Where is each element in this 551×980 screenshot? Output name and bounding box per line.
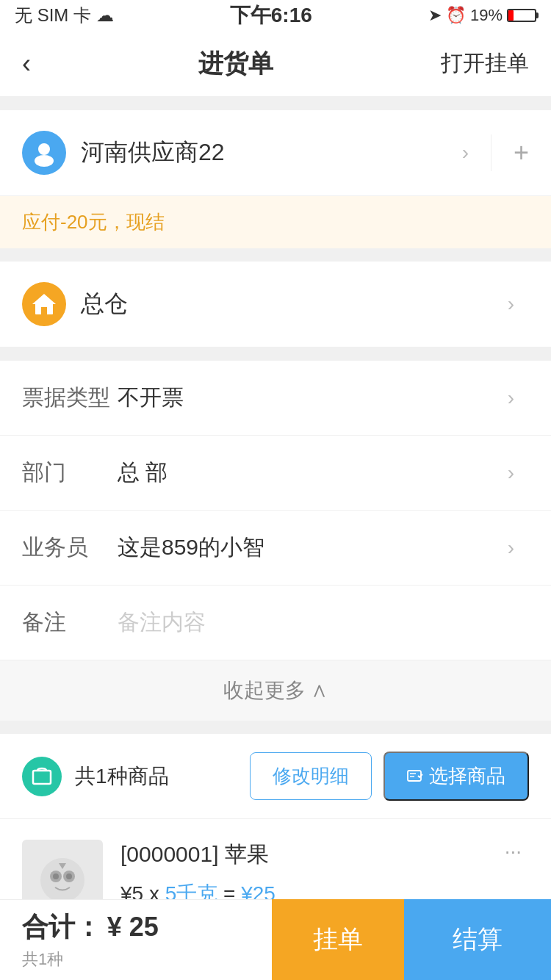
- warning-text: 应付-20元，现结: [22, 211, 165, 233]
- sales-value: 这是859的小智: [118, 533, 508, 563]
- supplier-avatar: [22, 131, 66, 175]
- invoice-chevron-icon: ›: [508, 386, 514, 410]
- warehouse-section: 总仓 ›: [0, 262, 551, 347]
- status-bar: 无 SIM 卡 ☁ 下午6:16 ➤ ⏰ 19%: [0, 0, 551, 31]
- remark-label: 备注: [22, 608, 118, 638]
- product-section-icon: [22, 757, 62, 796]
- product-more-button[interactable]: ···: [497, 840, 529, 863]
- select-product-label: 选择商品: [429, 763, 505, 789]
- battery-label: 19%: [470, 6, 503, 25]
- svg-rect-6: [408, 771, 421, 781]
- owl-logo: [37, 854, 88, 906]
- divider-2: [0, 347, 551, 360]
- supplier-name[interactable]: 河南供应商22: [81, 137, 462, 169]
- product-name: [0000001] 苹果: [120, 840, 497, 870]
- pending-button[interactable]: 挂单: [272, 899, 404, 980]
- product-code: [0000001]: [120, 842, 218, 866]
- house-icon: [31, 291, 57, 317]
- product-info: [0000001] 苹果 ¥5 x 5千克 = ¥25: [120, 840, 497, 908]
- status-left: 无 SIM 卡 ☁: [15, 4, 114, 27]
- sales-label: 业务员: [22, 533, 118, 563]
- select-product-button[interactable]: 选择商品: [383, 752, 529, 801]
- bottom-bar: 合计： ¥ 25 共1种 挂单 结算: [0, 899, 551, 980]
- svg-point-0: [38, 143, 50, 155]
- supplier-row: 河南供应商22 › +: [0, 110, 551, 196]
- warehouse-icon: [22, 282, 66, 326]
- svg-point-13: [66, 873, 72, 879]
- svg-point-1: [35, 155, 54, 167]
- battery-icon: [507, 9, 536, 22]
- user-icon: [30, 139, 58, 167]
- supplier-section: 河南供应商22 › + 应付-20元，现结: [0, 110, 551, 248]
- svg-point-12: [53, 873, 59, 879]
- dept-label: 部门: [22, 458, 118, 488]
- product-title: 苹果: [225, 842, 269, 866]
- vertical-divider: [491, 134, 491, 171]
- dept-value: 总 部: [118, 458, 508, 488]
- dept-row[interactable]: 部门 总 部 ›: [0, 435, 551, 510]
- status-time: 下午6:16: [230, 1, 312, 29]
- total-line1: 合计： ¥ 25: [22, 909, 250, 945]
- warehouse-name: 总仓: [81, 288, 508, 320]
- invoice-label: 票据类型: [22, 383, 118, 413]
- back-button[interactable]: ‹: [22, 48, 31, 79]
- top-divider: [0, 97, 551, 110]
- nav-bar: ‹ 进货单 打开挂单: [0, 31, 551, 97]
- total-count: 共1种: [22, 948, 250, 970]
- warehouse-row[interactable]: 总仓 ›: [0, 262, 551, 347]
- sales-row[interactable]: 业务员 这是859的小智 ›: [0, 510, 551, 585]
- edit-detail-button[interactable]: 修改明细: [250, 752, 372, 800]
- invoice-value: 不开票: [118, 383, 508, 413]
- warning-bar: 应付-20元，现结: [0, 196, 551, 248]
- checkout-button[interactable]: 结算: [404, 899, 551, 980]
- product-header: 共1种商品 修改明细 选择商品: [0, 721, 551, 819]
- dept-chevron-icon: ›: [508, 461, 514, 485]
- total-label: 合计：: [22, 912, 101, 942]
- divider-1: [0, 248, 551, 262]
- location-icon: ➤: [428, 6, 442, 25]
- svg-rect-5: [33, 771, 51, 784]
- open-pending-button[interactable]: 打开挂单: [441, 48, 529, 79]
- remark-row[interactable]: 备注 备注内容: [0, 585, 551, 660]
- remark-input[interactable]: 备注内容: [118, 608, 529, 638]
- cart-icon: [30, 765, 54, 788]
- status-right: ➤ ⏰ 19%: [428, 6, 536, 25]
- supplier-chevron-icon: ›: [462, 141, 469, 165]
- total-section: 合计： ¥ 25 共1种: [0, 899, 272, 980]
- warehouse-chevron-icon: ›: [508, 292, 514, 316]
- form-section: 票据类型 不开票 › 部门 总 部 › 业务员 这是859的小智 › 备注 备注…: [0, 360, 551, 721]
- product-count: 共1种商品: [75, 763, 250, 790]
- svg-rect-4: [41, 307, 47, 314]
- sim-label: 无 SIM 卡 ☁: [15, 4, 114, 27]
- sales-chevron-icon: ›: [508, 536, 514, 560]
- invoice-row[interactable]: 票据类型 不开票 ›: [0, 360, 551, 435]
- page-title: 进货单: [198, 47, 273, 81]
- total-amount: ¥ 25: [107, 912, 159, 942]
- svg-marker-3: [32, 294, 56, 304]
- add-supplier-button[interactable]: +: [499, 137, 529, 168]
- collapse-label: 收起更多 ∧: [223, 679, 328, 702]
- alarm-icon: ⏰: [446, 6, 466, 25]
- select-product-icon: [407, 768, 423, 785]
- collapse-bar[interactable]: 收起更多 ∧: [0, 660, 551, 721]
